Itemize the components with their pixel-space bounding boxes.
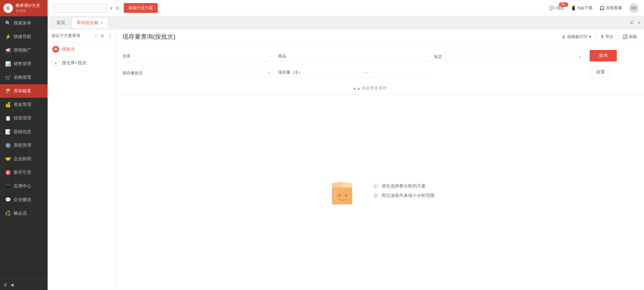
messages-icon: 💬 xyxy=(549,6,555,11)
sidebar-item-label: 新手引导 xyxy=(14,169,31,176)
user-avatar: Rit xyxy=(629,3,639,13)
sidebar-item-label: 畅会员 xyxy=(14,210,27,216)
sidebar-item-label: 经营管理 xyxy=(14,115,31,121)
tabbar: 首页 库存批次账 × ✕ ▾ xyxy=(48,16,644,29)
tab-close-icon[interactable]: × xyxy=(101,20,103,25)
sidebar-item-system[interactable]: ⚙️ 系统管理 xyxy=(0,139,48,152)
app-logo: 6 xyxy=(3,3,13,13)
purchase-icon: 🛒 xyxy=(5,75,11,80)
sidebar-item-wechat[interactable]: 💬 企业微信 xyxy=(0,193,48,206)
page-title: 现存量查询(按批次) xyxy=(122,33,175,41)
tab-inventory-batch[interactable]: 库存批次账 × xyxy=(71,17,108,28)
vip-icon: ♻️ xyxy=(5,211,11,216)
sidebar-item-label: 应用中心 xyxy=(14,183,31,189)
empty-box-svg xyxy=(327,176,361,210)
sidebar-item-purchase[interactable]: 🛒 采购管理 xyxy=(0,71,48,84)
app-download-button[interactable]: 📱 App下载 xyxy=(571,5,593,11)
export-button[interactable]: ⬆ 导出 xyxy=(600,34,613,40)
tip-number-2: 2 xyxy=(373,193,379,199)
page-content-area: 按以下方案查询 ＋ ⊕ 《 按 按批次 ● 按仓库+批次 现存量查询(按批次) xyxy=(48,29,644,290)
sidebar-item-newbie[interactable]: 🎯 新手引导 xyxy=(0,166,48,179)
tab-panel-close-icon[interactable]: ✕ xyxy=(629,19,634,26)
basic-icon: 📝 xyxy=(5,129,11,134)
warehouse-filter-input[interactable] xyxy=(133,54,267,59)
topbar-dropdown-icon[interactable]: ▾ xyxy=(110,5,113,11)
status-select-arrow-icon: ▾ xyxy=(579,55,581,59)
inventory-qty-from-input[interactable] xyxy=(305,70,362,75)
action-divider-1: | xyxy=(595,34,596,39)
print-dropdown-icon[interactable]: ▾ xyxy=(589,34,591,39)
collapse-label: 收起更多条件 xyxy=(362,85,387,91)
scheme-item-batch[interactable]: 按 按批次 xyxy=(48,42,115,56)
sidebar-item-enterprise[interactable]: 🤝 企业协同 xyxy=(0,152,48,166)
sidebar-item-vip[interactable]: ♻️ 畅会员 xyxy=(0,206,48,220)
print-template-button[interactable]: 🖨 按模板打印 ▾ xyxy=(562,34,591,40)
topbar-search-input[interactable] xyxy=(53,3,107,13)
search-menu-icon: 🔍 xyxy=(5,20,11,26)
customer-service-label: 在线客服 xyxy=(606,5,622,11)
tip-text-2: 用过滤条件来缩小分析范围 xyxy=(382,193,435,199)
add-scheme-icon[interactable]: ＋ xyxy=(94,33,98,39)
export-icon: ⬆ xyxy=(600,34,604,39)
settings-button[interactable]: 设置 xyxy=(590,66,611,78)
refresh-label: 刷新 xyxy=(629,34,637,40)
refresh-icon: 🔄 xyxy=(623,34,628,39)
sidebar-item-basic[interactable]: 📝 基础信息 xyxy=(0,125,48,139)
messages-button[interactable]: 💬 消息 99+ xyxy=(549,5,564,11)
query-button[interactable]: 查询 xyxy=(590,50,617,61)
inventory-status-arrow-icon: ▾ xyxy=(268,71,270,75)
experience-button[interactable]: 体验行业方案 xyxy=(124,3,158,13)
scheme-icon-batch: 按 xyxy=(52,46,59,53)
collapse-up-icon: ▲▲ xyxy=(353,86,361,91)
empty-state: 1 请先选择要分析的方案 2 用过滤条件来缩小分析范围 xyxy=(116,95,644,290)
customer-service-button[interactable]: 🎧 在线客服 xyxy=(599,5,622,11)
app-download-icon: 📱 xyxy=(571,6,576,11)
sidebar-item-apps[interactable]: 📱 应用中心 xyxy=(0,179,48,193)
tab-home[interactable]: 首页 xyxy=(52,18,70,28)
collapse-more-conditions-button[interactable]: ▲▲ 收起更多条件 xyxy=(353,85,387,91)
wechat-icon: 💬 xyxy=(5,197,11,202)
tab-more-icon[interactable]: ▾ xyxy=(638,20,640,25)
sidebar-item-label: 企业协同 xyxy=(14,156,31,162)
collapse-sidebar-button[interactable]: ◀ xyxy=(10,282,14,287)
sidebar-item-sales[interactable]: 📊 销售管理 xyxy=(0,57,48,71)
tip-item-2: 2 用过滤条件来缩小分析范围 xyxy=(373,193,435,199)
product-filter-input[interactable] xyxy=(288,54,423,59)
sidebar-item-inventory[interactable]: 📦 库存核算 xyxy=(0,84,48,98)
product-dots-btn[interactable]: ··· xyxy=(425,54,428,59)
sidebar: 6 畅康通好生意 标准版 🔍 搜索菜单 ⚡ 快捷导航 📢 营销推广 📊 销售管理… xyxy=(0,0,48,290)
user-avatar-area[interactable]: Rit xyxy=(629,3,639,13)
scheme-settings-icon[interactable]: ⊕ xyxy=(100,33,104,38)
filter-schemes-panel: 按以下方案查询 ＋ ⊕ 《 按 按批次 ● 按仓库+批次 xyxy=(48,29,116,290)
right-content: 现存量查询(按批次) 🖨 按模板打印 ▾ | ⬆ 导出 | 🔄 xyxy=(116,29,644,290)
apps-icon: 📱 xyxy=(5,183,11,189)
inventory-qty-label: 现存量（主） xyxy=(278,70,303,75)
inventory-status-select[interactable]: ▾ xyxy=(145,68,273,78)
empty-tips: 1 请先选择要分析的方案 2 用过滤条件来缩小分析范围 xyxy=(373,183,435,202)
sidebar-item-finance[interactable]: 💰 资金管理 xyxy=(0,98,48,111)
scheme-label-batch: 按批次 xyxy=(62,46,75,52)
sidebar-header: 6 畅康通好生意 标准版 xyxy=(0,0,48,16)
refresh-button[interactable]: 🔄 刷新 xyxy=(623,34,637,40)
sidebar-item-operations[interactable]: 📋 经营管理 xyxy=(0,111,48,125)
finance-icon: 💰 xyxy=(5,102,11,107)
settings-footer-button[interactable]: ⚙ xyxy=(3,282,7,287)
sidebar-item-label: 快捷导航 xyxy=(14,34,31,40)
sidebar-item-marketing[interactable]: 📢 营销推广 xyxy=(0,43,48,57)
scheme-item-warehouse-batch[interactable]: ● 按仓库+批次 xyxy=(48,56,115,70)
sidebar-item-quick-nav[interactable]: ⚡ 快捷导航 xyxy=(0,30,48,43)
sidebar-item-search[interactable]: 🔍 搜索菜单 xyxy=(0,16,48,30)
svg-marker-1 xyxy=(332,182,342,187)
filter-panel-actions: ＋ ⊕ 《 xyxy=(94,33,111,39)
print-icon: 🖨 xyxy=(562,34,566,39)
print-label: 按模板打印 xyxy=(567,34,588,40)
inventory-qty-to-input[interactable] xyxy=(371,70,429,75)
warehouse-dots-btn[interactable]: ··· xyxy=(269,54,273,59)
svg-rect-3 xyxy=(334,189,336,199)
sidebar-item-label: 营销推广 xyxy=(14,47,31,53)
scheme-collapse-icon[interactable]: 《 xyxy=(106,33,111,39)
export-label: 导出 xyxy=(605,34,613,40)
sidebar-item-label: 资金管理 xyxy=(14,102,31,108)
topbar-gear-icon[interactable]: ⚙ xyxy=(115,5,120,11)
status-filter-select[interactable]: ▾ xyxy=(444,52,584,61)
